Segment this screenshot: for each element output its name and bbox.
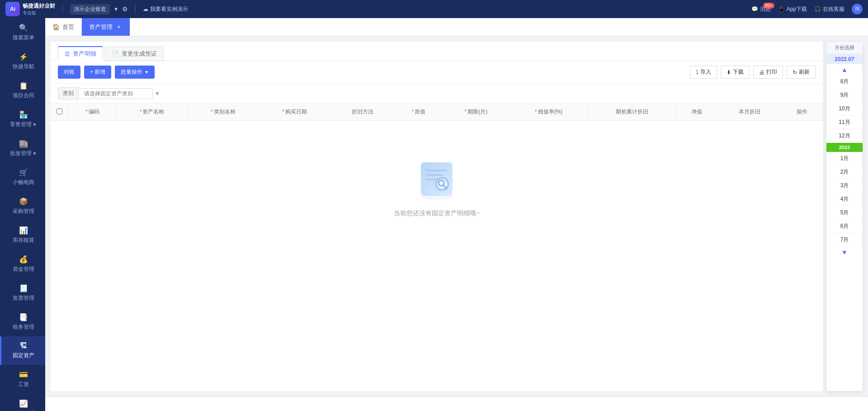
company-dropdown-icon[interactable]: ▼	[113, 6, 118, 12]
sub-tab-asset-detail[interactable]: ☰ 资产明细	[58, 46, 103, 61]
empty-illustration	[410, 157, 464, 202]
sub-tab-change-voucher[interactable]: 📄 变更生成凭证	[105, 47, 164, 61]
sidebar-item-wholesale[interactable]: 🏬 批发管理 ▼	[0, 134, 45, 163]
table-wrapper: *编码 *资产名称 *类别名称 *购买日期 折旧方法 *原值 *期限(月) *残…	[51, 104, 823, 391]
month-item-2[interactable]: 2月	[826, 165, 863, 179]
sidebar: 🔍 搜索菜单 ⚡ 快捷导航 📋 项目合同 🏪 零售管理 ▼ 🏬 批发管理 ▼	[0, 18, 45, 411]
tab-home[interactable]: 🏠 首页	[45, 18, 82, 36]
wholesale-arrow-icon: ▼	[33, 151, 37, 156]
tab-close-icon[interactable]: ×	[115, 24, 123, 31]
main-panel: ☰ 资产明细 📄 变更生成凭证 对账 + 新增 批量操作	[51, 42, 823, 391]
month-item-11[interactable]: 11月	[826, 116, 863, 129]
category-filter-input[interactable]	[80, 88, 153, 99]
project-icon: 📋	[19, 81, 28, 90]
th-code: *编码	[69, 104, 116, 121]
message-btn[interactable]: 💬 消息 99+	[751, 5, 771, 13]
filter-label: 类别	[58, 87, 79, 99]
download-button[interactable]: ⬇ 下载	[721, 66, 750, 79]
user-avatar[interactable]: 用	[852, 4, 863, 14]
sidebar-item-retail[interactable]: 🏪 零售管理 ▼	[0, 105, 45, 134]
message-badge: 99+	[763, 3, 774, 9]
download-icon: ⬇	[726, 69, 731, 76]
voucher-icon: 📄	[112, 50, 119, 57]
search-icon: 🔍	[19, 24, 28, 32]
list-icon: ☰	[65, 51, 70, 57]
fixed-assets-icon: 🏗	[20, 342, 27, 350]
th-accumulated-depreciation: 期初累计折旧	[588, 104, 676, 121]
sidebar-item-fund[interactable]: 💰 资金管理	[0, 250, 45, 279]
cloud-icon: ☁	[143, 6, 148, 12]
month-scroll-down[interactable]: ▼	[826, 247, 863, 258]
wholesale-icon: 🏬	[19, 139, 28, 148]
reconcile-button[interactable]: 对账	[58, 66, 80, 79]
inventory-icon: 📊	[19, 226, 28, 235]
select-all-checkbox[interactable]	[57, 109, 62, 114]
settings-icon[interactable]: ⚙	[122, 5, 128, 13]
sidebar-item-quick-nav[interactable]: ⚡ 快捷导航	[0, 47, 45, 76]
month-item-10[interactable]: 10月	[826, 102, 863, 116]
year-2023-marker: 2023	[826, 143, 863, 152]
page-content: ☰ 资产明细 📄 变更生成凭证 对账 + 新增 批量操作	[45, 36, 868, 397]
th-purchase-date: *购买日期	[259, 104, 330, 121]
ecommerce-icon: 🛒	[19, 168, 28, 177]
month-item-4[interactable]: 4月	[826, 193, 863, 206]
empty-state: 当前您还没有固定资产明细哦~	[51, 121, 823, 254]
sidebar-item-salary[interactable]: 💳 工资	[0, 365, 45, 394]
batch-ops-button[interactable]: 批量操作 ▼	[115, 66, 155, 79]
month-item-12[interactable]: 12月	[826, 129, 863, 143]
demo-link[interactable]: ☁ 我要看实例演示	[143, 5, 188, 13]
toolbar-left: 对账 + 新增 批量操作 ▼	[58, 66, 155, 79]
month-scroll-up[interactable]: ▲	[826, 64, 863, 75]
purchase-icon: 📦	[19, 197, 28, 206]
top-bar-left: Ai 畅捷通好业财 专业版 演示企业账套 ▼ ⚙ ☁ 我要看实例演示	[5, 2, 188, 16]
bottom-bar	[45, 397, 868, 411]
th-original-value: *原值	[395, 104, 442, 121]
sub-tabs: ☰ 资产明细 📄 变更生成凭证	[51, 42, 823, 61]
month-item-6[interactable]: 6月	[826, 220, 863, 233]
import-icon: ⤵	[696, 69, 698, 76]
app-name-group: 畅捷通好业财 专业版	[23, 2, 55, 16]
sidebar-item-fixed-assets[interactable]: 🏗 固定资产	[0, 336, 45, 365]
batch-dropdown-icon: ▼	[144, 70, 149, 75]
online-service-btn[interactable]: 🎧 在线客服	[814, 5, 844, 13]
refresh-button[interactable]: ↻ 刷新	[787, 66, 816, 79]
month-item-8[interactable]: 8月	[826, 75, 863, 89]
month-item-9[interactable]: 9月	[826, 89, 863, 102]
import-button[interactable]: ⤵ 导入	[690, 66, 717, 79]
content-area: 🏠 首页 资产管理 × ☰ 资产明细 📄 变更生	[45, 18, 868, 411]
app-edition: 专业版	[23, 10, 55, 16]
month-item-1[interactable]: 1月	[826, 152, 863, 165]
print-button[interactable]: 🖨 打印	[753, 66, 783, 79]
home-icon: 🏠	[52, 24, 60, 30]
toolbar: 对账 + 新增 批量操作 ▼ ⤵ 导入 ⬇	[51, 61, 823, 84]
company-selector[interactable]: 演示企业账套	[70, 4, 110, 14]
app-download-btn[interactable]: 📱 App下载	[778, 5, 807, 13]
sidebar-item-inventory[interactable]: 📊 库存核算	[0, 221, 45, 250]
month-item-7[interactable]: 7月	[826, 233, 863, 247]
month-item-5[interactable]: 5月	[826, 206, 863, 220]
sidebar-item-ecommerce[interactable]: 🛒 小畅电商	[0, 163, 45, 192]
sidebar-item-operations[interactable]: 📈 经营管理	[0, 394, 45, 411]
phone-icon: 📱	[778, 6, 785, 12]
sidebar-item-project[interactable]: 📋 项目合同	[0, 76, 45, 105]
retail-icon: 🏪	[19, 110, 28, 119]
th-monthly-depreciation: 本月折旧	[717, 104, 782, 121]
add-button[interactable]: + 新增	[84, 66, 111, 79]
sidebar-item-search[interactable]: 🔍 搜索菜单	[0, 18, 45, 47]
sidebar-item-purchase[interactable]: 📦 采购管理	[0, 192, 45, 221]
category-filter[interactable]: 类别 ▼	[58, 87, 160, 99]
sidebar-item-tax[interactable]: 📑 税务管理	[0, 307, 45, 336]
month-item-3[interactable]: 3月	[826, 179, 863, 193]
empty-text: 当前您还没有固定资产明细哦~	[394, 209, 480, 217]
assets-table: *编码 *资产名称 *类别名称 *购买日期 折旧方法 *原值 *期限(月) *残…	[51, 104, 823, 254]
salary-icon: 💳	[19, 370, 28, 379]
tab-asset-mgmt[interactable]: 资产管理 ×	[82, 18, 130, 36]
tax-icon: 📑	[19, 313, 28, 321]
sidebar-item-invoice[interactable]: 🧾 发票管理	[0, 279, 45, 307]
fund-icon: 💰	[19, 255, 28, 264]
headset-icon: 🎧	[814, 6, 821, 12]
current-year-month[interactable]: 2022.07	[826, 54, 863, 64]
invoice-icon: 🧾	[19, 284, 28, 293]
refresh-icon: ↻	[793, 69, 797, 76]
month-panel: 月份选择 2022.07 ▲ 8月 9月 10月 11月 12月 2023 1月…	[826, 42, 863, 391]
